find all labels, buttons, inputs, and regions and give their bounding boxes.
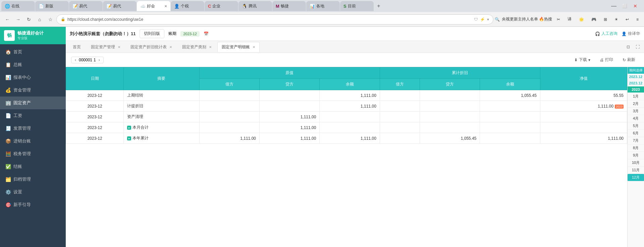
- period-month-6[interactable]: 6月: [628, 130, 644, 137]
- refresh-btn[interactable]: ↻ 刷新: [619, 56, 639, 64]
- browser-chrome: 🌐 在线 📄 新版 📝 易代 📝 易代 ☁️ 好会 ✕ 👤 个税 C 企业: [0, 0, 644, 27]
- period-year-2023[interactable]: 2023: [628, 86, 644, 93]
- menu-btn[interactable]: ≡: [634, 16, 641, 22]
- page-tab-close-category[interactable]: ✕: [209, 45, 212, 49]
- page-tab-depreciation[interactable]: 固定资产折旧统计表 ✕: [126, 42, 176, 52]
- period-start-date[interactable]: 2023.12: [628, 74, 644, 80]
- pagination-code-input[interactable]: [79, 58, 92, 62]
- page-tab-assets-mgmt[interactable]: 固定资产管理 ✕: [87, 42, 125, 52]
- tab-icon-online: 🌐: [5, 4, 10, 9]
- sidebar-item-settings[interactable]: ⚙️ 设置: [0, 186, 66, 198]
- sidebar-item-guide[interactable]: 🎯 新手引导: [0, 198, 66, 211]
- period-month-5[interactable]: 5月: [628, 122, 644, 130]
- sidebar-item-ledger[interactable]: 📋 总账: [0, 58, 66, 71]
- reload-button[interactable]: ↻: [24, 15, 34, 24]
- new-tab-button[interactable]: +: [374, 1, 383, 11]
- tab-restore-btn[interactable]: ⊡: [625, 43, 632, 51]
- sidebar-item-close[interactable]: ✅ 结账: [0, 160, 66, 173]
- search-icon: 🔍: [495, 17, 500, 22]
- tab-gedi[interactable]: 📊 各地: [306, 1, 340, 11]
- net-badge: 2023: [615, 105, 624, 109]
- period-month-11[interactable]: 11月: [628, 167, 644, 174]
- gold-btn[interactable]: 🌟: [576, 16, 587, 22]
- tab-yidai1[interactable]: 📝 易代: [69, 1, 103, 11]
- sidebar-item-reports[interactable]: 📊 报表中心: [0, 71, 66, 84]
- report-icon: 📊: [5, 75, 11, 80]
- period-month-9[interactable]: 9月: [628, 152, 644, 159]
- forward-button[interactable]: →: [13, 15, 23, 24]
- cell-net: [540, 112, 627, 122]
- window-restore-btn[interactable]: ⬜: [620, 1, 629, 11]
- tab-geshui[interactable]: 👤 个税: [171, 1, 204, 11]
- sidebar-item-funds[interactable]: 💰 资金管理: [0, 84, 66, 97]
- period-month-2[interactable]: 2月: [628, 100, 644, 108]
- window-minimize-btn[interactable]: —: [609, 1, 619, 11]
- help-btn[interactable]: 🎧 人工咨询: [595, 31, 618, 37]
- period-month-12[interactable]: 12月: [628, 174, 644, 181]
- tab-muqian[interactable]: S 目前: [340, 1, 374, 11]
- period-month-7[interactable]: 7月: [628, 137, 644, 144]
- window-close-btn[interactable]: ✕: [631, 1, 640, 11]
- period-month-10[interactable]: 10月: [628, 159, 644, 167]
- page-tab-close-detail[interactable]: ✕: [253, 45, 255, 49]
- switch-version-btn[interactable]: 切到旧版: [140, 29, 164, 38]
- tab-changjie[interactable]: M 畅捷: [272, 1, 306, 11]
- translate-btn[interactable]: 译: [565, 16, 574, 23]
- tab-tencent[interactable]: 🐧 腾讯: [238, 1, 272, 11]
- undo-btn[interactable]: ↩: [623, 16, 632, 22]
- cell-orig-balance: 1,111.00: [320, 90, 380, 101]
- tab-new[interactable]: 📄 新版: [35, 1, 69, 11]
- period-month-4[interactable]: 4月: [628, 115, 644, 122]
- tab-online[interactable]: 🌐 在线: [1, 1, 35, 11]
- sidebar-item-tax[interactable]: 🧮 税务管理: [0, 147, 66, 160]
- tab-close-haohui[interactable]: ✕: [164, 4, 167, 8]
- tab-qiye[interactable]: C 企业: [205, 1, 238, 11]
- sidebar-subtitle: 专业版: [17, 36, 44, 41]
- page-tab-label-depreciation: 固定资产折旧统计表: [130, 44, 167, 50]
- page-tab-close-depreciation[interactable]: ✕: [169, 45, 172, 49]
- cell-date: 2023-12: [66, 90, 124, 101]
- sidebar-item-invoice[interactable]: 🧾 发票管理: [0, 122, 66, 135]
- scissors-btn[interactable]: ✂: [554, 16, 563, 22]
- page-tab-category[interactable]: 固定资产类别 ✕: [178, 42, 216, 52]
- sidebar-item-archive[interactable]: 🗂️ 归档管理: [0, 173, 66, 186]
- cell-orig-debit: [199, 101, 259, 112]
- col-date-header: 日期: [66, 67, 124, 90]
- sidebar-item-home[interactable]: 🏠 首页: [0, 46, 66, 58]
- tab-icon-changjie: M: [276, 4, 279, 9]
- period-end-date[interactable]: 2023.12: [628, 80, 644, 86]
- sidebar-item-payroll[interactable]: 📄 工资: [0, 109, 66, 122]
- bookmark-button[interactable]: ☆: [46, 15, 55, 24]
- grid-btn[interactable]: ⊞: [601, 16, 610, 22]
- page-tab-close-assets-mgmt[interactable]: ✕: [118, 45, 120, 49]
- cell-accum-credit: [420, 101, 480, 112]
- period-month-1[interactable]: 1月: [628, 93, 644, 100]
- sidebar-title: 畅捷通好会计: [17, 30, 44, 36]
- cell-summary: ▸本月合计: [124, 122, 199, 133]
- download-btn[interactable]: ⬇ 下载 ▾: [571, 56, 594, 64]
- home-button[interactable]: ⌂: [35, 15, 44, 24]
- period-month-3[interactable]: 3月: [628, 108, 644, 115]
- bolt-icon: ⚡: [480, 17, 485, 22]
- print-btn[interactable]: 🖨 打印: [596, 56, 616, 64]
- cell-summary: ▸本年累计: [124, 133, 199, 144]
- guide-icon: 🎯: [5, 202, 11, 207]
- cell-orig-debit: 1,111.00: [199, 133, 259, 144]
- tab-maximize-btn[interactable]: ⛶: [634, 43, 641, 51]
- back-button[interactable]: ←: [3, 15, 12, 24]
- tab-yidai2[interactable]: 📝 易代: [103, 1, 137, 11]
- user-btn[interactable]: 👤 徐译华: [622, 31, 640, 37]
- page-tab-home[interactable]: 首页: [68, 42, 85, 52]
- pagination-next-btn[interactable]: ›: [97, 58, 101, 62]
- game-btn[interactable]: 🎮: [589, 16, 599, 22]
- tab-icon-tencent: 🐧: [242, 4, 247, 9]
- sidebar-item-fixed-assets[interactable]: 🏢 固定资产: [0, 97, 66, 109]
- period-month-8[interactable]: 8月: [628, 144, 644, 152]
- sidebar-item-inventory[interactable]: 📦 进销台账: [0, 135, 66, 147]
- tab-haohui[interactable]: ☁️ 好会 ✕: [137, 1, 170, 11]
- download-icon: ⬇: [574, 58, 578, 62]
- address-bar[interactable]: 🔒 https://cloud.chanjet.com/accounting/u…: [56, 14, 493, 24]
- pagination-prev-btn[interactable]: ‹: [73, 58, 77, 62]
- sun-btn[interactable]: ☀: [612, 16, 621, 22]
- page-tab-detail[interactable]: 固定资产明细账 ✕: [217, 42, 260, 52]
